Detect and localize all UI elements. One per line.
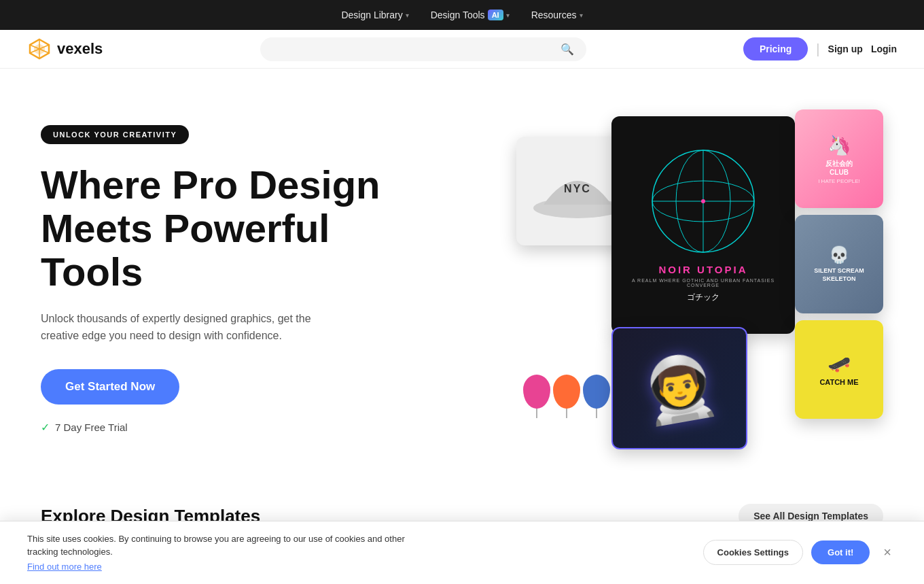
yellow-emoji: 🛹: [828, 353, 851, 375]
nav-divider: |: [816, 41, 819, 57]
tshirt-card: NOIR UTOPIA A REALM WHERE GOTHIC AND URB…: [611, 116, 795, 334]
nav-resources[interactable]: Resources ▾: [522, 5, 592, 24]
check-icon: ✓: [41, 421, 50, 434]
svg-point-12: [701, 199, 705, 203]
unlock-badge: UNLOCK YOUR CREATIVITY: [41, 125, 189, 144]
tshirt-subtitle-text: A REALM WHERE GOTHIC AND URBAN FANTASIES…: [625, 278, 781, 288]
balloon-pink: [523, 375, 550, 409]
hat-svg: NYC: [530, 150, 625, 232]
chevron-down-icon-3: ▾: [580, 12, 583, 19]
chevron-down-icon-2: ▾: [506, 12, 510, 19]
logo[interactable]: vexels: [27, 37, 103, 61]
vexels-logo-icon: [27, 37, 52, 61]
pink-card-subtitle: I HATE PEOPLE!: [818, 178, 860, 184]
search-input[interactable]: [272, 44, 555, 54]
nav-design-tools[interactable]: Design Tools AI ▾: [421, 5, 519, 24]
search-bar: 🔍: [260, 37, 586, 61]
tshirt-title-text: NOIR UTOPIA: [658, 264, 747, 275]
login-button[interactable]: Login: [871, 44, 897, 54]
free-trial-text: ✓ 7 Day Free Trial: [41, 421, 394, 434]
cookie-actions: Cookies Settings Got it! ×: [703, 540, 897, 565]
cookie-text: This site uses cookies. By continuing to…: [27, 532, 435, 574]
cookie-banner: This site uses cookies. By continuing to…: [0, 521, 924, 585]
hero-title: Where Pro Design Meets Powerful Tools: [41, 163, 394, 293]
pink-card-emoji: 🦄: [828, 134, 851, 156]
skeleton-emoji: 💀: [829, 245, 849, 264]
globe-svg: [649, 147, 758, 256]
nav-design-library[interactable]: Design Library ▾: [332, 5, 418, 24]
astronaut-figure: 👨‍🚀: [636, 347, 724, 430]
skeleton-card: 💀 SILENT SCREAMSKELETON: [795, 215, 883, 313]
close-cookie-button[interactable]: ×: [878, 542, 897, 563]
balloon-orange: [553, 375, 580, 409]
nav-links: Design Library ▾ Design Tools AI ▾ Resou…: [332, 5, 592, 24]
skeleton-title: SILENT SCREAMSKELETON: [814, 267, 864, 283]
signup-button[interactable]: Sign up: [828, 44, 863, 54]
pricing-button[interactable]: Pricing: [743, 37, 808, 61]
tshirt-japanese-text: ゴチック: [687, 292, 719, 303]
pink-anime-card: 🦄 反社会的CLUB I HATE PEOPLE!: [795, 109, 883, 208]
hero-right-collage: NYC NOIR UTOPIA A REALM WHERE GOTHIC AND: [503, 109, 883, 449]
ai-badge: AI: [488, 10, 503, 20]
cookies-settings-button[interactable]: Cookies Settings: [703, 540, 803, 565]
hero-left: UNLOCK YOUR CREATIVITY Where Pro Design …: [41, 125, 394, 434]
got-it-button[interactable]: Got it!: [811, 540, 870, 564]
navbar-right: Pricing | Sign up Login: [743, 37, 897, 61]
hero-section: UNLOCK YOUR CREATIVITY Where Pro Design …: [0, 69, 924, 477]
logo-text: vexels: [57, 40, 103, 58]
chevron-down-icon: ▾: [406, 12, 409, 19]
balloon-blue: [583, 375, 610, 409]
astronaut-card: 👨‍🚀: [611, 327, 747, 449]
nav-top-bar: Design Library ▾ Design Tools AI ▾ Resou…: [0, 0, 924, 30]
search-icon[interactable]: 🔍: [561, 43, 574, 56]
pink-card-title: 反社会的CLUB: [825, 159, 853, 177]
yellow-title: CATCH ME: [819, 378, 858, 386]
cookie-find-out-more-link[interactable]: Find out more here: [27, 560, 435, 574]
get-started-button[interactable]: Get Started Now: [41, 369, 179, 405]
main-header: vexels 🔍 Pricing | Sign up Login: [0, 30, 924, 69]
hero-subtitle: Unlock thousands of expertly designed gr…: [41, 310, 326, 345]
yellow-skater-card: 🛹 CATCH ME: [795, 320, 883, 419]
svg-text:NYC: NYC: [564, 183, 591, 194]
